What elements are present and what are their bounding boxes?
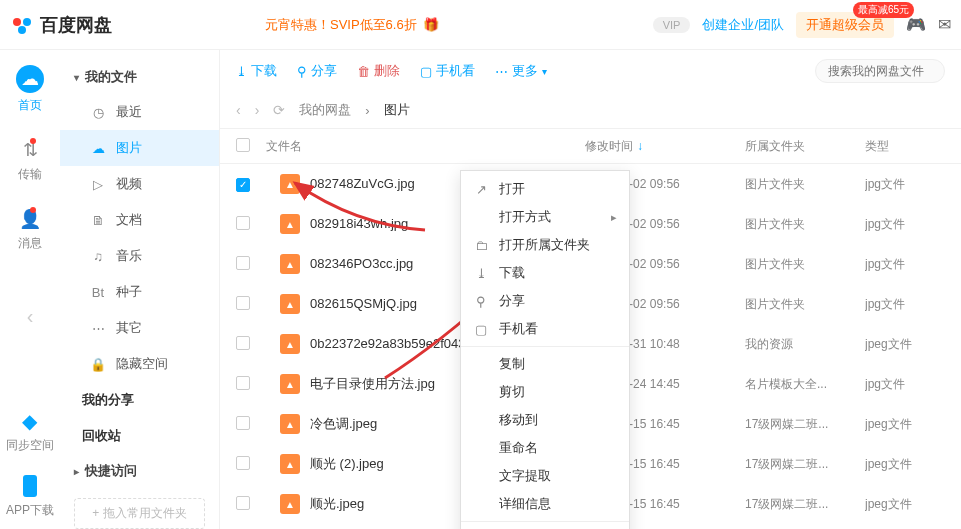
row-checkbox[interactable] [236,376,250,390]
sidebar-item-label: 图片 [116,139,142,157]
image-file-icon: ▲ [280,254,300,274]
ctx-文字提取[interactable]: 文字提取 [461,462,629,490]
file-folder: 17级网媒二班... [745,496,865,513]
ctx-分享[interactable]: ⚲分享 [461,287,629,315]
sidebar-item-clock[interactable]: ◷最近 [60,94,219,130]
row-checkbox[interactable] [236,496,250,510]
sidebar-section-quick[interactable]: ▸ 快捷访问 [60,454,219,488]
ctx-label: 剪切 [499,383,525,401]
row-checkbox[interactable] [236,256,250,270]
enterprise-link[interactable]: 创建企业/团队 [702,16,784,34]
row-checkbox[interactable] [236,216,250,230]
ctx-打开[interactable]: ↗打开 [461,175,629,203]
file-folder: 图片文件夹 [745,216,865,233]
sidebar-item-recycle[interactable]: 回收站 [60,418,219,454]
ctx-复制[interactable]: 复制 [461,350,629,378]
ctx-剪切[interactable]: 剪切 [461,378,629,406]
rail-collapse[interactable]: ‹ [27,305,34,328]
rail-home[interactable]: ☁ 首页 [16,65,44,114]
svip-button[interactable]: 开通超级会员 最高减65元 [796,12,894,38]
nav-refresh[interactable]: ⟳ [273,102,285,118]
file-type: jpeg文件 [865,496,945,513]
ctx-下载[interactable]: ⤓下载 [461,259,629,287]
promo-text[interactable]: 元宵特惠！SVIP低至6.6折🎁 [265,16,439,34]
crumb-root[interactable]: 我的网盘 [299,101,351,119]
sync-icon: ◆ [18,409,42,433]
file-name: 082918i43wh.jpg [310,216,408,231]
file-type: jpg文件 [865,376,945,393]
download-button[interactable]: ⤓下载 [236,62,277,80]
mail-icon[interactable]: ✉ [938,15,951,34]
menu-separator [461,346,629,347]
row-checkbox[interactable] [236,456,250,470]
nav-back[interactable]: ‹ [236,102,241,118]
sidebar-item-bt[interactable]: Bt种子 [60,274,219,310]
sidebar-item-label: 隐藏空间 [116,355,168,373]
sidebar-item-myshare[interactable]: 我的分享 [60,382,219,418]
share-button[interactable]: ⚲分享 [297,62,337,80]
svg-point-0 [13,18,21,26]
badge-dot [30,138,36,144]
file-name: 顺光 (2).jpeg [310,456,384,471]
sidebar-item-cloud[interactable]: ☁图片 [60,130,219,166]
sidebar-item-doc[interactable]: 🗎文档 [60,202,219,238]
search-input[interactable] [815,59,945,83]
open-icon: ↗ [473,182,489,197]
left-rail: ☁ 首页 ⇅ 传输 👤 消息 ‹ ◆ 同步空间 APP下载 [0,50,60,529]
ctx-label: 打开所属文件夹 [499,236,590,254]
col-type[interactable]: 类型 [865,138,945,155]
row-checkbox[interactable]: ✓ [236,178,250,192]
ctx-打开方式[interactable]: 打开方式▸ [461,203,629,231]
row-checkbox[interactable] [236,296,250,310]
logo-area[interactable]: 百度网盘 [10,13,225,37]
crumb-current[interactable]: 图片 [384,101,410,119]
file-folder: 图片文件夹 [745,296,865,313]
ctx-重命名[interactable]: 重命名 [461,434,629,462]
down-icon: ⤓ [473,266,489,281]
file-type: jpg文件 [865,256,945,273]
vip-badge[interactable]: VIP [653,17,691,33]
image-file-icon: ▲ [280,174,300,194]
file-name: 电子目录使用方法.jpg [310,376,435,391]
sidebar-item-dots[interactable]: ⋯其它 [60,310,219,346]
sidebar-add-quick[interactable]: + 拖入常用文件夹 [74,498,205,529]
ctx-删除[interactable]: 🗑删除 [461,525,629,529]
sidebar-section-myfiles[interactable]: ▾ 我的文件 [60,60,219,94]
ctx-手机看[interactable]: ▢手机看 [461,315,629,343]
col-time[interactable]: 修改时间↓ [585,138,745,155]
ctx-打开所属文件夹[interactable]: 🗀打开所属文件夹 [461,231,629,259]
rail-sync[interactable]: ◆ 同步空间 [6,409,54,454]
svg-point-2 [18,26,26,34]
nav-forward[interactable]: › [255,102,260,118]
sidebar-item-lock[interactable]: 🔒隐藏空间 [60,346,219,382]
badge-dot [30,207,36,213]
delete-button[interactable]: 🗑删除 [357,62,400,80]
file-name: 082748ZuVcG.jpg [310,176,415,191]
ctx-详细信息[interactable]: 详细信息 [461,490,629,518]
file-folder: 图片文件夹 [745,176,865,193]
file-folder: 名片模板大全... [745,376,865,393]
sidebar-item-music[interactable]: ♫音乐 [60,238,219,274]
rail-app[interactable]: APP下载 [6,474,54,519]
play-icon: ▷ [90,177,106,192]
file-type: jpg文件 [865,176,945,193]
sidebar-item-play[interactable]: ▷视频 [60,166,219,202]
select-all-checkbox[interactable] [236,138,250,152]
clock-icon: ◷ [90,105,106,120]
rail-message[interactable]: 👤 消息 [18,207,42,252]
share-icon: ⚲ [473,294,489,309]
col-name[interactable]: 文件名 [266,138,585,155]
sidebar-item-label: 文档 [116,211,142,229]
more-button[interactable]: ⋯更多 ▾ [495,62,547,80]
game-icon[interactable]: 🎮 [906,15,926,34]
mobile-button[interactable]: ▢手机看 [420,62,475,80]
ctx-移动到[interactable]: 移动到 [461,406,629,434]
bt-icon: Bt [90,285,106,300]
row-checkbox[interactable] [236,416,250,430]
image-file-icon: ▲ [280,294,300,314]
image-file-icon: ▲ [280,374,300,394]
row-checkbox[interactable] [236,336,250,350]
col-folder[interactable]: 所属文件夹 [745,138,865,155]
rail-transfer[interactable]: ⇅ 传输 [18,138,42,183]
ctx-label: 打开方式 [499,208,551,226]
